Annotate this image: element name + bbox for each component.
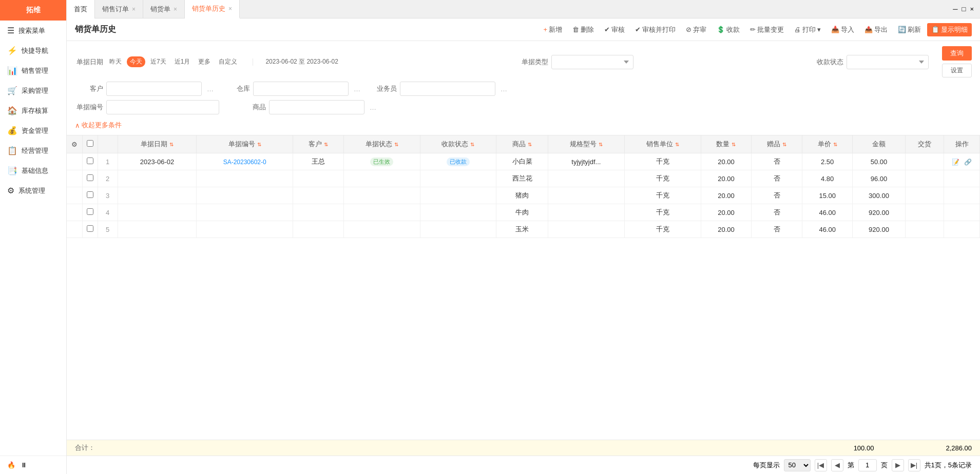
- row-checkbox[interactable]: [87, 225, 93, 232]
- page-number-input[interactable]: 1: [858, 459, 877, 471]
- pause-icon[interactable]: ⏸: [21, 461, 27, 469]
- sidebar-item-inventory[interactable]: 🏠 库存核算: [0, 101, 66, 121]
- tab-sales-history-close[interactable]: ×: [228, 5, 232, 12]
- doc-no-link[interactable]: SA-20230602-0: [223, 159, 266, 166]
- warehouse-input[interactable]: [253, 82, 349, 96]
- warehouse-suffix-icon[interactable]: …: [354, 85, 360, 93]
- page-next-button[interactable]: ▶: [892, 459, 904, 471]
- tab-sales-history[interactable]: 销货单历史 ×: [185, 0, 240, 18]
- sort-unit-icon: ⇅: [675, 142, 679, 147]
- date-btn-more[interactable]: 更多: [195, 56, 214, 67]
- cell-checkbox[interactable]: [82, 153, 98, 170]
- tabs-bar: 首页 销售订单 × 销货单 × 销货单历史 × ─ □ ×: [67, 0, 980, 18]
- collect-icon: 💲: [717, 26, 725, 33]
- status-badge: 已生效: [370, 157, 393, 166]
- audit-print-button[interactable]: ✔ 审核并打印: [631, 23, 680, 36]
- batch-change-button[interactable]: ✏ 批量变更: [746, 23, 788, 36]
- date-btn-7days[interactable]: 近7天: [147, 56, 169, 67]
- delete-button[interactable]: 🗑 删除: [568, 23, 598, 36]
- col-doc-status[interactable]: 单据状态⇅: [343, 135, 420, 153]
- sidebar-item-finance[interactable]: 💰 资金管理: [0, 121, 66, 141]
- new-button[interactable]: + 新增: [539, 23, 566, 36]
- col-payment-status[interactable]: 收款状态⇅: [420, 135, 496, 153]
- cell-amount: 96.00: [853, 170, 905, 187]
- sidebar-item-sales-mgmt[interactable]: 📊 销售管理: [0, 61, 66, 81]
- sales-rep-input[interactable]: [400, 82, 495, 96]
- page-last-button[interactable]: ▶|: [908, 459, 920, 471]
- discard-button[interactable]: ⊘ 弃审: [682, 23, 710, 36]
- select-all-checkbox[interactable]: [87, 140, 93, 147]
- date-btn-today[interactable]: 今天: [127, 56, 145, 67]
- page-first-button[interactable]: |◀: [815, 459, 827, 471]
- col-gift[interactable]: 赠品⇅: [752, 135, 802, 153]
- cell-doc-date: [118, 187, 197, 204]
- export-button[interactable]: 📤 导出: [860, 23, 892, 36]
- col-goods[interactable]: 商品⇅: [496, 135, 548, 153]
- tab-sales-goods-close[interactable]: ×: [174, 6, 177, 13]
- sidebar-item-label: 采购管理: [22, 86, 48, 95]
- col-doc-date[interactable]: 单据日期⇅: [118, 135, 197, 153]
- row-checkbox[interactable]: [87, 157, 93, 164]
- collect-button[interactable]: 💲 收款: [713, 23, 744, 36]
- cell-checkbox[interactable]: [82, 204, 98, 221]
- sidebar-item-search-menu[interactable]: ☰ 搜索菜单: [0, 21, 66, 41]
- date-btn-1month[interactable]: 近1月: [171, 56, 194, 67]
- action-icon-0[interactable]: 📝: [952, 159, 959, 166]
- query-button[interactable]: 查询: [942, 46, 972, 61]
- date-btn-yesterday[interactable]: 昨天: [106, 56, 125, 67]
- fire-icon[interactable]: 🔥: [7, 461, 15, 469]
- col-checkbox[interactable]: [82, 135, 98, 153]
- cell-checkbox[interactable]: [82, 221, 98, 238]
- cell-goods: 西兰花: [496, 170, 548, 187]
- sidebar-item-basic-info[interactable]: 📑 基础信息: [0, 161, 66, 181]
- col-customer[interactable]: 客户⇅: [293, 135, 344, 153]
- col-actions: 操作: [944, 135, 980, 153]
- row-checkbox[interactable]: [87, 174, 93, 181]
- col-unit-price[interactable]: 单价⇅: [802, 135, 853, 153]
- action-icon-1[interactable]: 🔗: [964, 159, 972, 166]
- goods-input[interactable]: [269, 100, 364, 114]
- sidebar-item-operations[interactable]: 📋 经营管理: [0, 141, 66, 161]
- tab-sales-order[interactable]: 销售订单 ×: [95, 0, 143, 18]
- customer-suffix-icon[interactable]: …: [207, 85, 214, 93]
- page-prev-button[interactable]: ◀: [831, 459, 843, 471]
- refresh-button[interactable]: 🔄 刷新: [894, 23, 925, 36]
- col-qty[interactable]: 数量⇅: [701, 135, 752, 153]
- show-detail-button[interactable]: 📋 显示明细: [927, 23, 972, 36]
- search-menu-icon: ☰: [7, 26, 14, 35]
- sidebar-item-quick-nav[interactable]: ⚡ 快捷导航: [0, 41, 66, 61]
- col-settings[interactable]: ⚙: [67, 135, 82, 153]
- cell-checkbox[interactable]: [82, 170, 98, 187]
- sidebar-item-purchase-mgmt[interactable]: 🛒 采购管理: [0, 81, 66, 101]
- goods-suffix-icon[interactable]: …: [370, 104, 376, 111]
- per-page-select[interactable]: 50 20 100: [784, 459, 811, 471]
- date-btn-custom[interactable]: 自定义: [216, 56, 240, 67]
- doc-no-input[interactable]: [106, 100, 219, 114]
- col-spec[interactable]: 规格型号⇅: [548, 135, 624, 153]
- window-close-icon[interactable]: ×: [968, 3, 976, 15]
- set-button[interactable]: 设置: [942, 64, 972, 77]
- payment-status-select[interactable]: [847, 55, 929, 69]
- page-title: 销货单历史: [75, 24, 116, 35]
- cell-checkbox[interactable]: [82, 187, 98, 204]
- window-minimize-icon[interactable]: ─: [951, 3, 959, 15]
- row-checkbox[interactable]: [87, 191, 93, 198]
- col-doc-no[interactable]: 单据编号⇅: [197, 135, 293, 153]
- import-button[interactable]: 📥 导入: [827, 23, 858, 36]
- warehouse-filter: 仓库 …: [222, 82, 360, 96]
- col-transaction: 交货: [905, 135, 944, 153]
- col-unit[interactable]: 销售单位⇅: [624, 135, 701, 153]
- print-button[interactable]: 🖨 打印 ▾: [790, 23, 825, 36]
- sales-rep-suffix-icon[interactable]: …: [501, 85, 507, 93]
- collapse-button[interactable]: ∧ 收起更多条件: [75, 121, 972, 130]
- customer-input[interactable]: [106, 82, 202, 96]
- tab-sales-goods[interactable]: 销货单 ×: [143, 0, 185, 18]
- audit-button[interactable]: ✔ 审核: [600, 23, 629, 36]
- tab-sales-order-close[interactable]: ×: [132, 6, 136, 13]
- doc-type-select[interactable]: [551, 55, 633, 69]
- filter-area: 单据日期 昨天 今天 近7天 近1月 更多 自定义 2023-06-02 至 2…: [67, 41, 980, 135]
- tab-home[interactable]: 首页: [67, 0, 95, 18]
- sidebar-item-sys-mgmt[interactable]: ⚙ 系统管理: [0, 181, 66, 201]
- window-maximize-icon[interactable]: □: [960, 3, 968, 15]
- row-checkbox[interactable]: [87, 208, 93, 215]
